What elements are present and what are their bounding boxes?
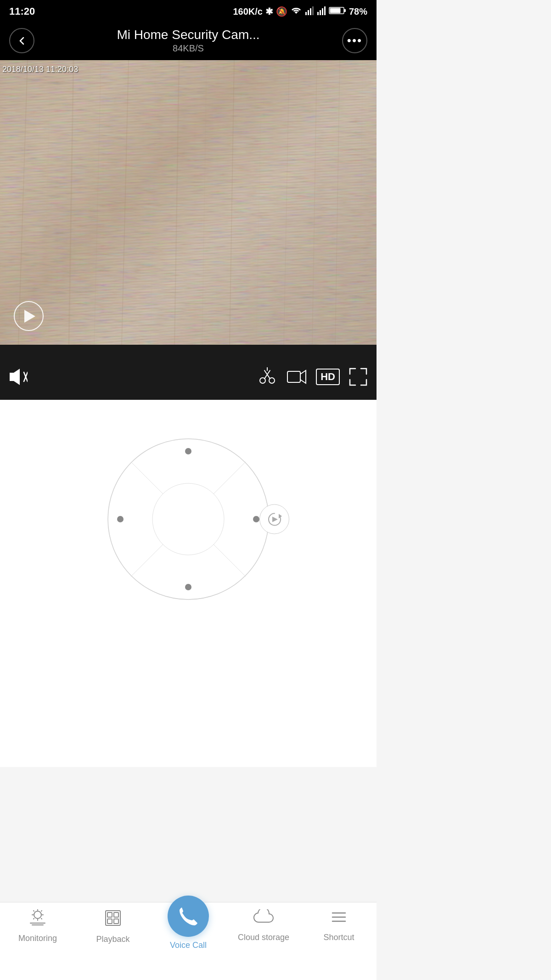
more-button[interactable]: ••• [342, 28, 367, 53]
bottom-navigation: Monitoring Playback Voice Call [0, 902, 377, 980]
wifi-icon [290, 6, 302, 17]
svg-rect-3 [312, 6, 314, 15]
svg-marker-47 [272, 516, 278, 522]
header-center: Mi Home Security Cam... 84KB/S [34, 28, 342, 54]
mute-button[interactable] [9, 369, 28, 385]
svg-rect-7 [324, 6, 326, 15]
svg-line-54 [41, 911, 42, 911]
svg-point-37 [152, 483, 224, 555]
playback-label: Playback [96, 935, 129, 944]
nav-item-playback[interactable]: Playback [75, 909, 151, 944]
mute-icon: 🔕 [276, 6, 287, 17]
play-triangle-icon [24, 310, 35, 323]
fullscreen-button[interactable] [349, 368, 367, 386]
dpad-wrapper [96, 427, 280, 611]
quality-button[interactable]: HD [316, 369, 340, 385]
svg-rect-1 [308, 10, 309, 15]
nav-spacer [0, 767, 377, 845]
bluetooth-icon: ✱ [265, 6, 273, 17]
svg-point-42 [185, 448, 191, 454]
signal-icon [305, 6, 314, 17]
replay-button[interactable] [259, 504, 289, 534]
cloud-storage-icon [253, 909, 274, 929]
replay-icon [266, 510, 283, 528]
network-speed: 160K/c [233, 6, 263, 17]
svg-rect-63 [114, 919, 118, 924]
svg-rect-61 [114, 913, 118, 917]
nav-item-monitoring[interactable]: Monitoring [0, 909, 75, 943]
more-dots-icon: ••• [347, 34, 362, 48]
svg-line-55 [34, 918, 34, 919]
back-button[interactable] [9, 28, 34, 53]
signal-icon-2 [317, 6, 326, 17]
svg-rect-6 [322, 8, 323, 15]
status-right: 160K/c ✱ 🔕 [233, 6, 367, 17]
header: Mi Home Security Cam... 84KB/S ••• [0, 23, 377, 60]
shortcut-label: Shortcut [323, 933, 354, 942]
nav-item-shortcut[interactable]: Shortcut [301, 909, 377, 942]
svg-rect-34 [287, 371, 300, 382]
svg-marker-35 [300, 370, 306, 383]
camera-name: Mi Home Security Cam... [34, 28, 342, 42]
svg-point-48 [34, 911, 41, 918]
phone-icon [178, 906, 199, 927]
svg-rect-11 [0, 60, 377, 345]
time-display: 11:20 [9, 6, 35, 17]
video-timestamp: 2018/10/13 11:20:03 [2, 65, 78, 74]
svg-line-56 [41, 918, 42, 919]
svg-marker-26 [10, 370, 19, 384]
shortcut-icon [330, 909, 348, 929]
svg-rect-60 [107, 913, 112, 917]
nav-item-voice-call[interactable]: Voice Call [151, 909, 226, 950]
directional-pad[interactable] [106, 437, 271, 602]
svg-rect-9 [344, 9, 346, 12]
battery-percent: 78% [349, 6, 367, 17]
svg-rect-62 [107, 919, 112, 924]
svg-point-45 [253, 516, 259, 522]
svg-rect-0 [305, 12, 307, 15]
monitoring-label: Monitoring [18, 934, 57, 943]
svg-rect-10 [330, 8, 340, 13]
svg-rect-4 [317, 12, 319, 15]
wood-texture [0, 60, 377, 345]
controls-bar: HD [0, 354, 377, 400]
svg-point-43 [185, 584, 191, 590]
battery-icon [329, 6, 346, 17]
video-gap [0, 345, 377, 354]
svg-rect-5 [320, 10, 321, 15]
voice-call-button[interactable] [168, 896, 209, 937]
cloud-storage-label: Cloud storage [238, 933, 289, 942]
play-button-overlay[interactable] [14, 301, 44, 331]
voice-call-label: Voice Call [170, 941, 207, 950]
status-bar: 11:20 160K/c ✱ 🔕 [0, 0, 377, 23]
screenshot-button[interactable] [257, 367, 277, 387]
svg-point-44 [117, 516, 124, 522]
main-content [0, 400, 377, 767]
nav-item-cloud-storage[interactable]: Cloud storage [226, 909, 301, 942]
bandwidth-display: 84KB/S [34, 43, 342, 54]
playback-icon [104, 909, 122, 931]
monitoring-icon [28, 909, 47, 930]
video-feed: 2018/10/13 11:20:03 [0, 60, 377, 345]
dpad-svg [106, 437, 271, 602]
svg-line-53 [34, 911, 34, 911]
hd-label: HD [320, 371, 335, 383]
svg-rect-2 [310, 8, 311, 15]
record-button[interactable] [287, 369, 307, 385]
